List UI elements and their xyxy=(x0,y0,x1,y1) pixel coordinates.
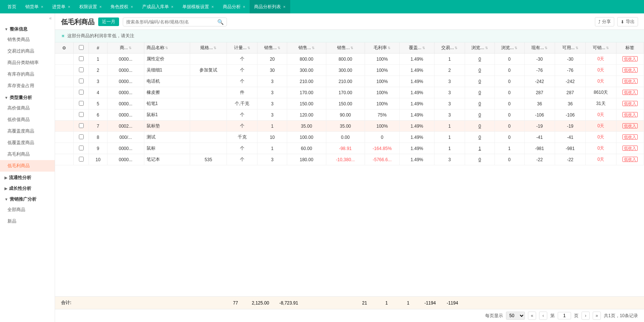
page-input[interactable] xyxy=(558,312,571,319)
col-header-spec[interactable]: 规格...⇅ xyxy=(190,42,227,54)
nav-product-analysis-close[interactable]: × xyxy=(243,4,245,9)
row-check[interactable] xyxy=(73,132,89,143)
row-sales-amount: 150.00 xyxy=(326,98,365,109)
row-check[interactable] xyxy=(73,87,89,98)
sidebar-item-high-value[interactable]: 高价值商品 xyxy=(0,102,55,114)
row-check[interactable] xyxy=(73,154,89,165)
row-check[interactable] xyxy=(73,98,89,109)
sidebar-item-high-coverage[interactable]: 高覆盖度商品 xyxy=(0,125,55,137)
sidebar-group-circulation[interactable]: ▶ 流通性分析 xyxy=(0,172,55,182)
nav-home[interactable]: 首页 xyxy=(3,0,21,13)
row-check[interactable] xyxy=(73,109,89,121)
sidebar-group-overall[interactable]: ▼ 整体信息 xyxy=(0,23,55,34)
nav-template[interactable]: 单据模板设置× xyxy=(178,0,218,13)
nav-product-analysis[interactable]: 商品分析× xyxy=(218,0,250,13)
page-prev[interactable]: ‹ xyxy=(539,312,547,320)
row-price: 60.00 xyxy=(287,143,326,154)
page-prev-prev[interactable]: « xyxy=(528,312,536,320)
sidebar-item-new-goods[interactable]: 新品 xyxy=(0,216,55,227)
col-header-trade[interactable]: 交易...⇅ xyxy=(434,42,465,54)
col-header-current[interactable]: 现有...⇅ xyxy=(524,42,555,54)
sidebar-item-sales-goods[interactable]: 销售类商品 xyxy=(0,34,55,45)
share-button[interactable]: ⤴ 分享 xyxy=(595,17,614,26)
row-check[interactable] xyxy=(73,143,89,154)
export-button[interactable]: ⬇ 导出 xyxy=(617,17,638,26)
row-available: -19 xyxy=(555,121,585,132)
row-view1[interactable]: 0 xyxy=(465,121,495,132)
row-view1[interactable]: 1 xyxy=(465,143,495,154)
period-button[interactable]: 近一月 xyxy=(98,17,119,26)
export-icon: ⬇ xyxy=(621,19,624,25)
sidebar-item-low-coverage[interactable]: 低覆盖度商品 xyxy=(0,137,55,149)
nav-template-close[interactable]: × xyxy=(211,4,214,9)
row-view1[interactable]: 0 xyxy=(465,65,495,76)
row-view1[interactable]: 0 xyxy=(465,54,495,65)
nav-product[interactable]: 产成品入库单× xyxy=(138,0,178,13)
nav-purchase[interactable]: 进货单× xyxy=(48,0,74,13)
sidebar-group-marketing[interactable]: ▼ 营销推广分析 xyxy=(0,193,55,204)
nav-role-close[interactable]: × xyxy=(131,4,133,9)
col-header-price[interactable]: 销售...⇅ xyxy=(287,42,326,54)
select-all-checkbox[interactable] xyxy=(79,45,84,50)
sidebar-group-type[interactable]: ▼ 类型量分析 xyxy=(0,92,55,102)
nav-permissions[interactable]: 权限设置× xyxy=(75,0,106,13)
sidebar-item-category-rate[interactable]: 商品分类助销率 xyxy=(0,57,55,68)
col-header-margin[interactable]: 毛利率⇅ xyxy=(365,42,399,54)
row-view1[interactable]: 0 xyxy=(465,76,495,87)
col-header-cover[interactable]: 覆盖...⇅ xyxy=(400,42,434,54)
nav-permissions-close[interactable]: × xyxy=(99,4,102,9)
sidebar-item-low-value[interactable]: 低价值商品 xyxy=(0,114,55,125)
table-wrapper[interactable]: ⚙ # 商...⇅ 商品名称⇅ 规格...⇅ 计量...⇅ 销售...⇅ 销售.… xyxy=(55,42,644,296)
col-header-name[interactable]: 商品名称⇅ xyxy=(144,42,190,54)
row-spec xyxy=(190,109,227,121)
row-view1[interactable]: 0 xyxy=(465,132,495,143)
nav-sales[interactable]: 销货单× xyxy=(21,0,48,13)
search-input[interactable] xyxy=(126,19,217,25)
sidebar-item-low-margin[interactable]: 低毛利商品 xyxy=(0,160,55,172)
row-sales-amount: -10,380... xyxy=(326,154,365,165)
row-check[interactable] xyxy=(73,121,89,132)
row-price: 150.00 xyxy=(287,98,326,109)
sidebar-item-traded-goods[interactable]: 交易过的商品 xyxy=(0,45,55,57)
sidebar-item-all-goods[interactable]: 全部商品 xyxy=(0,204,55,216)
col-header-sellable[interactable]: 可销...⇅ xyxy=(586,42,616,54)
nav-sales-close[interactable]: × xyxy=(41,4,43,9)
col-header-code[interactable]: 商...⇅ xyxy=(107,42,144,54)
col-header-qty[interactable]: 销售...⇅ xyxy=(257,42,287,54)
col-header-sales[interactable]: 销售...⇅ xyxy=(326,42,365,54)
sidebar-group-growth[interactable]: ▶ 成长性分析 xyxy=(0,182,55,193)
row-view1[interactable]: 0 xyxy=(465,154,495,165)
page-next[interactable]: › xyxy=(581,312,590,320)
search-icon[interactable]: 🔍 xyxy=(217,19,224,25)
nav-role[interactable]: 角色授权× xyxy=(106,0,137,13)
nav-product-close[interactable]: × xyxy=(171,4,173,9)
row-check[interactable] xyxy=(73,54,89,65)
nav-purchase-close[interactable]: × xyxy=(68,4,70,9)
col-header-view1[interactable]: 浏览...⇅ xyxy=(465,42,495,54)
col-header-available[interactable]: 可用...⇅ xyxy=(555,42,585,54)
row-view1[interactable]: 0 xyxy=(465,98,495,109)
col-header-view2[interactable]: 浏览...⇅ xyxy=(494,42,524,54)
row-margin-pct: 100% xyxy=(365,98,399,109)
row-margin-rate: 1.49% xyxy=(400,121,434,132)
page-next-next[interactable]: » xyxy=(593,312,601,320)
sidebar-item-high-margin[interactable]: 高毛利商品 xyxy=(0,149,55,160)
nav-product-analysis-list-close[interactable]: × xyxy=(283,4,285,9)
row-sellable: 0天 xyxy=(586,121,616,132)
row-view1[interactable]: 0 xyxy=(465,87,495,98)
row-tag: 低收入 xyxy=(616,143,644,154)
row-code: 0000... xyxy=(107,76,144,87)
row-check[interactable] xyxy=(73,65,89,76)
sidebar-collapse-btn[interactable]: « xyxy=(48,15,52,22)
col-header-settings[interactable]: ⚙ xyxy=(55,42,73,54)
row-qty: 1 xyxy=(257,143,287,154)
row-view1[interactable]: 0 xyxy=(465,109,495,121)
col-header-check[interactable] xyxy=(73,42,89,54)
sidebar-item-stocked-goods[interactable]: 有库存的商品 xyxy=(0,68,55,80)
col-header-unit[interactable]: 计量...⇅ xyxy=(227,42,257,54)
summary-label: 合计: xyxy=(61,300,71,306)
sidebar-item-stock-capital[interactable]: 库存资金占用 xyxy=(0,80,55,92)
per-page-select[interactable]: 50 100 200 xyxy=(506,312,525,320)
row-check[interactable] xyxy=(73,76,89,87)
nav-product-analysis-list[interactable]: 商品分析列表× xyxy=(250,0,290,13)
